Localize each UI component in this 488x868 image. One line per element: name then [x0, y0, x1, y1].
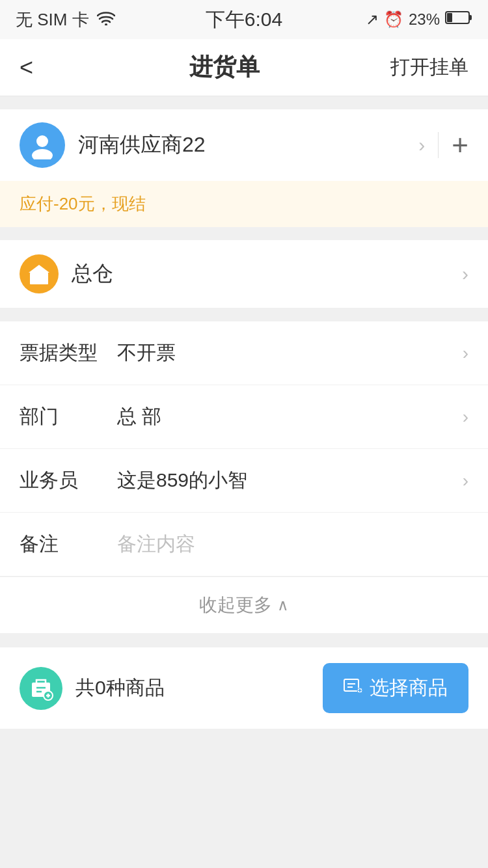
- select-product-icon: [344, 677, 363, 699]
- warehouse-section: 总仓 ›: [0, 240, 488, 308]
- status-left: 无 SIM 卡: [16, 8, 115, 31]
- select-product-label: 选择商品: [370, 675, 448, 701]
- status-right: ↗ ⏰ 23%: [366, 10, 472, 29]
- supplier-avatar: [20, 122, 65, 168]
- wifi-icon: [97, 10, 115, 30]
- svg-point-5: [32, 149, 53, 159]
- salesperson-row[interactable]: 业务员 这是859的小智 ›: [0, 449, 488, 513]
- svg-rect-3: [447, 13, 452, 22]
- nav-bar: < 进货单 打开挂单: [0, 39, 488, 96]
- invoice-type-label: 票据类型: [20, 340, 111, 366]
- supplier-actions: › +: [418, 131, 468, 159]
- supplier-row[interactable]: 河南供应商22 › +: [0, 109, 488, 181]
- remark-label: 备注: [20, 531, 111, 558]
- svg-point-4: [36, 135, 48, 147]
- location-icon: ↗: [366, 10, 379, 29]
- notice-bar: 应付-20元，现结: [0, 181, 488, 227]
- product-count: 共0种商品: [75, 675, 323, 701]
- carrier-text: 无 SIM 卡: [16, 8, 89, 31]
- salesperson-value: 这是859的小智: [111, 467, 456, 494]
- status-bar: 无 SIM 卡 下午6:04 ↗ ⏰ 23%: [0, 0, 488, 39]
- salesperson-label: 业务员: [20, 467, 111, 494]
- invoice-type-value: 不开票: [111, 340, 456, 366]
- department-label: 部门: [20, 403, 111, 430]
- salesperson-chevron: ›: [463, 470, 468, 491]
- svg-marker-7: [29, 265, 49, 273]
- department-value: 总 部: [111, 403, 456, 430]
- battery-icon: [445, 10, 472, 29]
- invoice-type-row[interactable]: 票据类型 不开票 ›: [0, 321, 488, 385]
- vertical-divider: [438, 132, 439, 158]
- product-icon: [20, 667, 62, 710]
- department-row[interactable]: 部门 总 部 ›: [0, 385, 488, 449]
- department-chevron: ›: [463, 407, 468, 427]
- remark-value: 备注内容: [111, 531, 468, 558]
- collapse-icon: ∧: [277, 596, 289, 614]
- svg-rect-2: [469, 15, 472, 20]
- product-bar: 共0种商品 选择商品: [0, 647, 488, 729]
- supplier-section: 河南供应商22 › + 应付-20元，现结: [0, 109, 488, 227]
- section-gap-1: [0, 96, 488, 109]
- add-supplier-icon[interactable]: +: [452, 131, 468, 159]
- svg-rect-15: [344, 679, 359, 691]
- warehouse-row[interactable]: 总仓 ›: [0, 240, 488, 308]
- section-gap-3: [0, 308, 488, 321]
- svg-point-0: [105, 23, 107, 25]
- open-pending-button[interactable]: 打开挂单: [390, 54, 468, 81]
- supplier-name: 河南供应商22: [78, 131, 418, 159]
- page-title: 进货单: [59, 51, 390, 83]
- battery-text: 23%: [409, 10, 440, 29]
- select-product-button[interactable]: 选择商品: [323, 663, 468, 713]
- section-gap-4: [0, 633, 488, 646]
- back-button[interactable]: <: [20, 54, 59, 81]
- status-time: 下午6:04: [206, 7, 282, 33]
- svg-rect-8: [36, 277, 42, 284]
- warehouse-name: 总仓: [72, 260, 462, 288]
- warehouse-icon: [20, 254, 59, 293]
- main-content: 河南供应商22 › + 应付-20元，现结 总仓 ›: [0, 96, 488, 868]
- alarm-icon: ⏰: [384, 10, 403, 29]
- collapse-row[interactable]: 收起更多 ∧: [0, 576, 488, 633]
- supplier-chevron-icon: ›: [418, 134, 425, 156]
- invoice-type-chevron: ›: [463, 343, 468, 364]
- warehouse-chevron-icon: ›: [462, 263, 468, 285]
- form-section: 票据类型 不开票 › 部门 总 部 › 业务员 这是859的小智 › 备注 备注…: [0, 321, 488, 633]
- remark-row[interactable]: 备注 备注内容: [0, 513, 488, 576]
- collapse-label: 收起更多: [199, 593, 272, 617]
- section-gap-2: [0, 227, 488, 240]
